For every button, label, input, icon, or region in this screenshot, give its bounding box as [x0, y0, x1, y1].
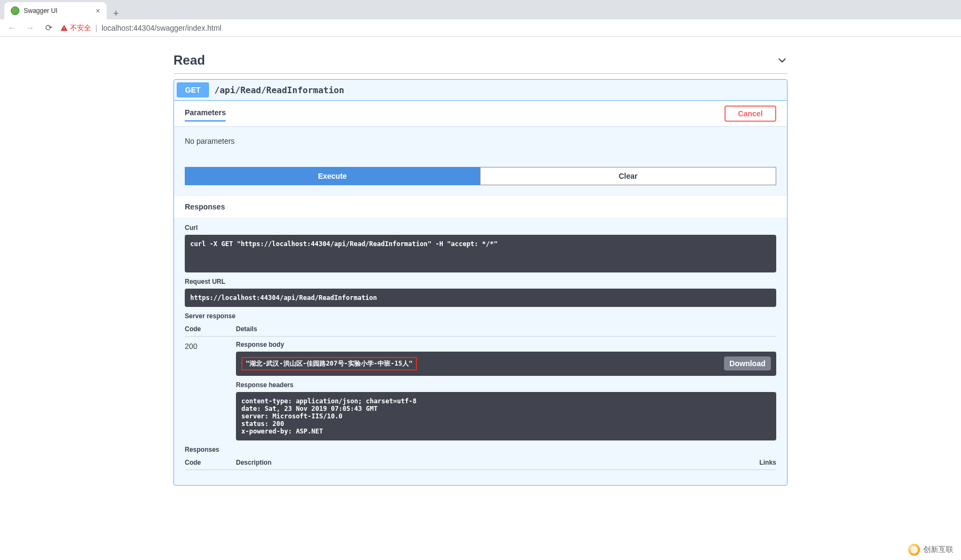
response-headers-value[interactable]: content-type: application/json; charset=…	[236, 392, 776, 440]
responses-section: Responses Code Description Links	[185, 446, 776, 470]
response-body-label: Response body	[236, 341, 776, 348]
back-button[interactable]: ←	[5, 23, 18, 33]
server-response-table-head: Code Details	[185, 325, 776, 337]
execute-button[interactable]: Execute	[185, 167, 480, 185]
chevron-down-icon	[777, 55, 788, 66]
request-url-value[interactable]: https://localhost:44304/api/Read/ReadInf…	[185, 289, 776, 307]
col-code-header: Code	[185, 325, 214, 333]
col-description-header: Description	[236, 459, 738, 466]
browser-tab[interactable]: Swagger UI ×	[4, 2, 107, 19]
security-text: 不安全	[70, 23, 91, 33]
http-method-badge: GET	[177, 82, 209, 97]
address-bar: ← → ⟳ 不安全 | localhost:44304/swagger/inde…	[0, 19, 961, 37]
no-parameters-text: No parameters	[174, 126, 787, 156]
responses-inner: Curl curl -X GET "https://localhost:4430…	[174, 218, 787, 485]
url-separator: |	[95, 24, 98, 32]
security-warning: 不安全	[60, 23, 91, 33]
reload-button[interactable]: ⟳	[42, 23, 55, 33]
cancel-button[interactable]: Cancel	[725, 106, 776, 122]
close-tab-button[interactable]: ×	[96, 6, 100, 15]
operation-path: /api/Read/ReadInformation	[214, 85, 344, 95]
responses-label: Responses	[185, 446, 776, 453]
download-button[interactable]: Download	[724, 356, 771, 370]
tab-title: Swagger UI	[24, 7, 92, 15]
operation-block: GET /api/Read/ReadInformation Parameters…	[173, 79, 788, 486]
curl-command[interactable]: curl -X GET "https://localhost:44304/api…	[185, 235, 776, 272]
parameters-header: Parameters Cancel	[174, 101, 787, 126]
page: Read GET /api/Read/ReadInformation Param…	[0, 37, 961, 526]
warning-icon	[60, 24, 68, 32]
server-response-row: 200 Response body "湖北-武汉-洪山区-佳园路207号-实验小…	[185, 341, 776, 440]
request-url-label: Request URL	[185, 278, 776, 285]
browser-chrome: Swagger UI × + ← → ⟳ 不安全 | localhost:443…	[0, 0, 961, 37]
new-tab-button[interactable]: +	[107, 8, 126, 19]
url-text: localhost:44304/swagger/index.html	[102, 24, 222, 32]
response-body-box: "湖北-武汉-洪山区-佳园路207号-实验小学-中班-15人" Download	[236, 352, 776, 376]
swagger-container: Read GET /api/Read/ReadInformation Param…	[173, 47, 788, 486]
responses-table-head: Code Description Links	[185, 459, 776, 470]
col-details-header: Details	[236, 325, 776, 333]
response-body-value[interactable]: "湖北-武汉-洪山区-佳园路207号-实验小学-中班-15人"	[241, 357, 417, 370]
responses-heading: Responses	[174, 196, 787, 218]
operation-body: Parameters Cancel No parameters Execute …	[174, 100, 787, 485]
response-details: Response body "湖北-武汉-洪山区-佳园路207号-实验小学-中班…	[236, 341, 776, 440]
execute-row: Execute Clear	[174, 156, 787, 196]
tag-section-header[interactable]: Read	[173, 47, 788, 74]
forward-button[interactable]: →	[24, 23, 37, 33]
operation-summary[interactable]: GET /api/Read/ReadInformation	[174, 80, 787, 100]
response-headers-label: Response headers	[236, 381, 776, 389]
url-box[interactable]: 不安全 | localhost:44304/swagger/index.html	[60, 23, 956, 33]
response-code: 200	[185, 341, 214, 351]
swagger-favicon	[11, 6, 19, 15]
tab-strip: Swagger UI × +	[0, 0, 961, 19]
clear-button[interactable]: Clear	[480, 167, 776, 185]
server-response-label: Server response	[185, 312, 776, 320]
curl-label: Curl	[185, 224, 776, 232]
tab-parameters[interactable]: Parameters	[185, 105, 226, 122]
col-code-header-2: Code	[185, 459, 214, 466]
tag-name: Read	[173, 53, 205, 68]
col-links-header: Links	[760, 459, 776, 466]
